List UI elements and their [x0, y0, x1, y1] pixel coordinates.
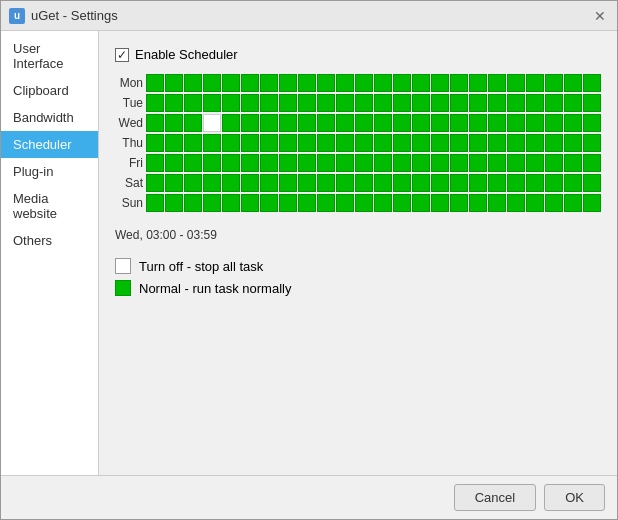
- sidebar-item-plug-in[interactable]: Plug-in: [1, 158, 98, 185]
- grid-cell[interactable]: [374, 74, 392, 92]
- grid-cell[interactable]: [374, 154, 392, 172]
- grid-cell[interactable]: [203, 154, 221, 172]
- grid-cell[interactable]: [469, 194, 487, 212]
- grid-cell[interactable]: [146, 114, 164, 132]
- grid-cell[interactable]: [507, 74, 525, 92]
- grid-cell[interactable]: [279, 74, 297, 92]
- grid-cell[interactable]: [374, 114, 392, 132]
- grid-cell[interactable]: [412, 194, 430, 212]
- grid-cell[interactable]: [450, 194, 468, 212]
- grid-cell[interactable]: [260, 154, 278, 172]
- grid-cell[interactable]: [355, 154, 373, 172]
- grid-cell[interactable]: [317, 174, 335, 192]
- grid-cell[interactable]: [241, 74, 259, 92]
- grid-cell[interactable]: [260, 94, 278, 112]
- grid-cell[interactable]: [564, 114, 582, 132]
- grid-cell[interactable]: [203, 194, 221, 212]
- grid-cell[interactable]: [336, 74, 354, 92]
- grid-cell[interactable]: [393, 114, 411, 132]
- grid-cell[interactable]: [507, 114, 525, 132]
- grid-cell[interactable]: [393, 134, 411, 152]
- grid-cell[interactable]: [545, 94, 563, 112]
- grid-cell[interactable]: [203, 134, 221, 152]
- grid-cell[interactable]: [298, 194, 316, 212]
- grid-cell[interactable]: [317, 134, 335, 152]
- grid-cell[interactable]: [393, 194, 411, 212]
- grid-cell[interactable]: [526, 174, 544, 192]
- grid-cell[interactable]: [146, 94, 164, 112]
- grid-cell[interactable]: [507, 94, 525, 112]
- grid-cell[interactable]: [298, 74, 316, 92]
- grid-cell[interactable]: [279, 114, 297, 132]
- grid-cell[interactable]: [488, 94, 506, 112]
- grid-cell[interactable]: [317, 194, 335, 212]
- grid-cell[interactable]: [431, 154, 449, 172]
- grid-cell[interactable]: [165, 154, 183, 172]
- grid-cell[interactable]: [564, 134, 582, 152]
- grid-cell[interactable]: [146, 174, 164, 192]
- grid-cell[interactable]: [374, 134, 392, 152]
- grid-cell[interactable]: [355, 134, 373, 152]
- grid-cell[interactable]: [469, 134, 487, 152]
- grid-cell[interactable]: [412, 154, 430, 172]
- grid-cell[interactable]: [450, 154, 468, 172]
- grid-cell[interactable]: [203, 94, 221, 112]
- grid-cell[interactable]: [450, 174, 468, 192]
- sidebar-item-clipboard[interactable]: Clipboard: [1, 77, 98, 104]
- grid-cell[interactable]: [317, 114, 335, 132]
- grid-cell[interactable]: [526, 74, 544, 92]
- grid-cell[interactable]: [336, 134, 354, 152]
- grid-cell[interactable]: [184, 194, 202, 212]
- grid-cell[interactable]: [374, 174, 392, 192]
- grid-cell[interactable]: [336, 174, 354, 192]
- grid-cell[interactable]: [222, 94, 240, 112]
- grid-cell[interactable]: [165, 134, 183, 152]
- grid-cell[interactable]: [488, 134, 506, 152]
- grid-cell[interactable]: [450, 134, 468, 152]
- grid-cell[interactable]: [260, 134, 278, 152]
- grid-cell[interactable]: [298, 154, 316, 172]
- grid-cell[interactable]: [469, 114, 487, 132]
- grid-cell[interactable]: [165, 94, 183, 112]
- grid-cell[interactable]: [431, 174, 449, 192]
- grid-cell[interactable]: [184, 134, 202, 152]
- grid-cell[interactable]: [545, 194, 563, 212]
- grid-cell[interactable]: [583, 134, 601, 152]
- grid-cell[interactable]: [507, 194, 525, 212]
- grid-cell[interactable]: [507, 174, 525, 192]
- grid-cell[interactable]: [279, 134, 297, 152]
- grid-cell[interactable]: [450, 94, 468, 112]
- grid-cell[interactable]: [450, 114, 468, 132]
- grid-cell[interactable]: [260, 174, 278, 192]
- grid-cell[interactable]: [507, 154, 525, 172]
- sidebar-item-media-website[interactable]: Media website: [1, 185, 98, 227]
- ok-button[interactable]: OK: [544, 484, 605, 511]
- grid-cell[interactable]: [393, 174, 411, 192]
- grid-cell[interactable]: [279, 174, 297, 192]
- grid-cell[interactable]: [412, 114, 430, 132]
- grid-cell[interactable]: [241, 174, 259, 192]
- grid-cell[interactable]: [355, 194, 373, 212]
- grid-cell[interactable]: [184, 94, 202, 112]
- grid-cell[interactable]: [146, 134, 164, 152]
- grid-cell[interactable]: [355, 94, 373, 112]
- grid-cell[interactable]: [222, 134, 240, 152]
- grid-cell[interactable]: [336, 194, 354, 212]
- grid-cell[interactable]: [298, 94, 316, 112]
- grid-cell[interactable]: [317, 154, 335, 172]
- grid-cell[interactable]: [431, 194, 449, 212]
- grid-cell[interactable]: [355, 174, 373, 192]
- grid-cell[interactable]: [146, 154, 164, 172]
- grid-cell[interactable]: [165, 194, 183, 212]
- grid-cell[interactable]: [583, 194, 601, 212]
- grid-cell[interactable]: [583, 154, 601, 172]
- grid-cell[interactable]: [526, 94, 544, 112]
- grid-cell[interactable]: [298, 134, 316, 152]
- grid-cell[interactable]: [146, 194, 164, 212]
- grid-cell[interactable]: [564, 94, 582, 112]
- grid-cell[interactable]: [203, 174, 221, 192]
- grid-cell[interactable]: [450, 74, 468, 92]
- grid-cell[interactable]: [241, 194, 259, 212]
- grid-cell[interactable]: [431, 114, 449, 132]
- grid-cell[interactable]: [260, 74, 278, 92]
